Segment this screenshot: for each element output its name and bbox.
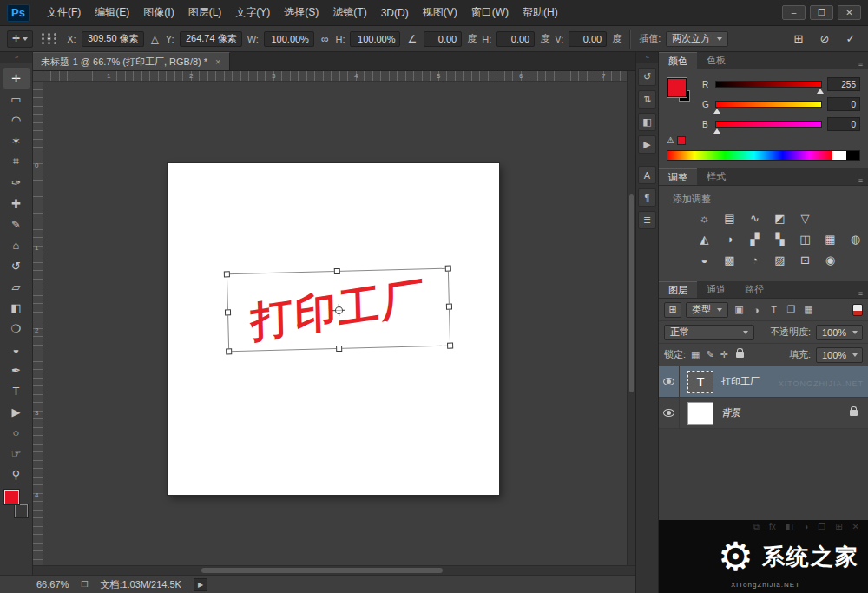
move-tool[interactable]: ✛ — [3, 68, 30, 89]
type-tool[interactable]: T — [3, 380, 30, 401]
background-layer-thumbnail[interactable] — [687, 402, 713, 425]
clone-stamp-tool[interactable]: ⌂ — [3, 234, 30, 255]
fill-select[interactable]: 100% — [816, 347, 863, 363]
pen-tool[interactable]: ✒ — [3, 359, 30, 380]
rotate-field[interactable]: 0.00 — [424, 31, 462, 47]
status-expand-button[interactable]: ▶ — [194, 578, 207, 591]
layer-row-text[interactable]: T 打印工厂 — [659, 366, 868, 398]
adjustment-expand-icon[interactable]: ▽ — [798, 211, 812, 225]
ellipse-tool[interactable]: ○ — [3, 422, 30, 443]
adjustment-extra-icon[interactable]: ◉ — [823, 253, 838, 267]
vertical-scrollbar-thumb[interactable] — [629, 194, 634, 392]
lock-all-icon[interactable] — [736, 352, 744, 358]
blue-slider[interactable] — [715, 121, 822, 128]
filter-shape-layers-icon[interactable]: ❐ — [785, 304, 798, 315]
gamut-warning[interactable]: ⚠ — [667, 135, 686, 145]
commit-transform-button[interactable]: ✓ — [840, 30, 861, 48]
blue-value-field[interactable]: 0 — [827, 117, 860, 131]
blur-tool[interactable]: ❍ — [3, 318, 30, 339]
minimize-button[interactable]: – — [782, 5, 806, 20]
history-panel-icon[interactable]: ↺ — [638, 68, 656, 86]
selective-color-icon[interactable]: ⊡ — [798, 253, 812, 267]
lasso-tool[interactable]: ◠ — [3, 109, 30, 130]
menu-image[interactable]: 图像(I) — [136, 2, 181, 23]
gradient-tool[interactable]: ◧ — [3, 297, 30, 318]
opacity-select[interactable]: 100% — [816, 325, 863, 340]
panel-menu-icon[interactable]: ≡ — [858, 176, 868, 185]
vibrance-icon[interactable]: ◭ — [697, 232, 712, 246]
background-color-swatch[interactable] — [15, 504, 28, 517]
tab-styles[interactable]: 样式 — [697, 168, 735, 185]
transform-handle-top-middle[interactable] — [334, 268, 340, 274]
filter-smart-objects-icon[interactable]: ▦ — [802, 304, 815, 315]
menu-filter[interactable]: 滤镜(T) — [326, 2, 373, 23]
info-panel-icon[interactable]: ◧ — [638, 113, 656, 131]
warp-mode-toggle[interactable]: ⊞ — [788, 30, 809, 48]
photo-filter-icon[interactable]: ◫ — [798, 232, 812, 246]
relative-position-toggle[interactable]: △ — [149, 33, 161, 45]
posterize-icon[interactable]: ▩ — [722, 253, 737, 267]
tool-preset-picker[interactable]: ✛ — [7, 30, 33, 48]
eyedropper-tool[interactable]: ✑ — [3, 172, 30, 193]
character-styles-panel-icon[interactable]: ≣ — [638, 211, 656, 229]
link-layers-icon[interactable]: ⧉ — [753, 522, 760, 532]
menu-type[interactable]: 文字(Y) — [228, 2, 277, 23]
horizontal-scrollbar[interactable] — [33, 565, 635, 575]
green-slider-handle[interactable] — [713, 109, 720, 114]
tab-layers[interactable]: 图层 — [659, 281, 697, 298]
reference-point-locator[interactable] — [42, 33, 58, 44]
v-skew-field[interactable]: 0.00 — [569, 31, 607, 47]
horizontal-scrollbar-thumb[interactable] — [201, 568, 443, 573]
dodge-tool[interactable]: ◒ — [3, 339, 30, 359]
layer-mask-icon[interactable]: ◧ — [786, 522, 793, 532]
menu-file[interactable]: 文件(F) — [40, 2, 88, 23]
transform-handle-bottom-right[interactable] — [447, 343, 453, 349]
menu-edit[interactable]: 编辑(E) — [88, 2, 136, 23]
tab-adjustments[interactable]: 调整 — [659, 168, 697, 185]
zoom-tool[interactable]: ⚲ — [3, 464, 30, 484]
properties-panel-icon[interactable]: ⇅ — [638, 90, 656, 109]
height-field[interactable]: 100.00% — [350, 31, 400, 47]
transform-handle-bottom-left[interactable] — [226, 348, 232, 354]
brush-tool[interactable]: ✎ — [3, 214, 30, 234]
tab-channels[interactable]: 通道 — [697, 281, 735, 298]
close-button[interactable]: ✕ — [838, 5, 861, 20]
menu-3d[interactable]: 3D(D) — [374, 3, 416, 23]
width-field[interactable]: 100.00% — [264, 31, 314, 47]
h-skew-field[interactable]: 0.00 — [496, 31, 535, 47]
layer-filter-toggle[interactable] — [852, 304, 863, 316]
zoom-level-field[interactable]: 66.67% — [36, 579, 69, 590]
expand-dock-icon[interactable]: ‹‹ — [636, 52, 658, 63]
cancel-transform-button[interactable]: ⊘ — [814, 30, 835, 48]
crop-tool[interactable]: ⌗ — [3, 151, 30, 172]
red-slider-handle[interactable] — [817, 89, 824, 94]
x-position-field[interactable]: 309.50 像素 — [82, 31, 144, 47]
filter-kind-button[interactable]: ⊞ — [664, 302, 681, 318]
spot-healing-brush-tool[interactable]: ✚ — [3, 193, 30, 214]
layer-style-icon[interactable]: fx — [769, 522, 776, 532]
filter-pixel-layers-icon[interactable]: ▣ — [733, 304, 746, 315]
path-selection-tool[interactable]: ▶ — [3, 401, 30, 422]
lock-position-icon[interactable]: ✛ — [720, 349, 728, 360]
filter-type-layers-icon[interactable]: T — [767, 305, 780, 315]
menu-view[interactable]: 视图(V) — [416, 2, 464, 23]
green-slider[interactable] — [715, 101, 822, 108]
link-dimensions-icon[interactable]: ∞ — [319, 33, 331, 45]
panel-menu-icon[interactable]: ≡ — [858, 289, 868, 298]
color-balance-icon[interactable]: ▞ — [747, 232, 762, 246]
color-spectrum-ramp[interactable] — [667, 150, 860, 161]
menu-layer[interactable]: 图层(L) — [181, 2, 229, 23]
green-value-field[interactable]: 0 — [827, 97, 860, 111]
lock-image-pixels-icon[interactable]: ✎ — [706, 349, 713, 360]
menu-select[interactable]: 选择(S) — [277, 2, 326, 23]
panel-foreground-swatch[interactable] — [667, 78, 687, 97]
hue-saturation-icon[interactable]: ◑ — [722, 232, 737, 246]
eraser-tool[interactable]: ▱ — [3, 276, 30, 297]
transform-handle-middle-right[interactable] — [446, 304, 452, 310]
foreground-color-swatch[interactable] — [4, 490, 19, 504]
interpolation-select[interactable]: 两次立方 — [666, 31, 728, 47]
text-layer-thumbnail[interactable]: T — [687, 371, 713, 393]
layer-name[interactable]: 打印工厂 — [721, 375, 760, 388]
hand-tool[interactable]: ☞ — [3, 443, 30, 464]
layer-filter-select[interactable]: 类型 — [686, 302, 728, 318]
